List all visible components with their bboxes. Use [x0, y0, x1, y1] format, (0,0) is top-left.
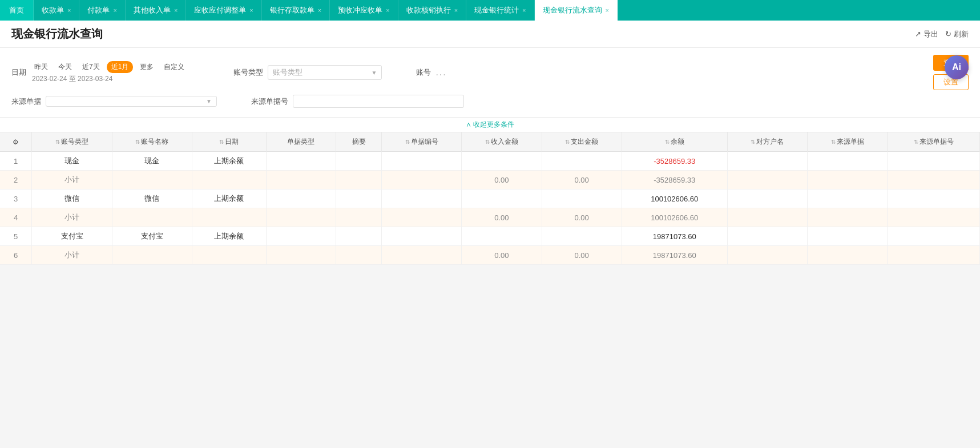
account-dots[interactable]: ... — [435, 67, 446, 78]
col-balance[interactable]: ⇅余额 — [622, 132, 727, 152]
col-source-doc-num[interactable]: ⇅来源单据号 — [888, 132, 980, 152]
col-doc-num[interactable]: ⇅单据编号 — [382, 132, 462, 152]
close-icon[interactable]: × — [113, 0, 116, 21]
row-num: 1 — [0, 152, 32, 171]
source-doc-select[interactable]: ▼ — [46, 96, 217, 107]
row-summary — [336, 152, 382, 171]
col-account-type[interactable]: ⇅账号类型 — [32, 132, 112, 152]
account-type-select[interactable]: 账号类型 ▼ — [268, 65, 382, 80]
row-num: 3 — [0, 189, 32, 208]
row-num: 2 — [0, 171, 32, 189]
row-date: 上期余额 — [192, 227, 266, 246]
table-row[interactable]: 1 现金 现金 上期余额 -3528659.33 — [0, 152, 980, 171]
row-source-doc-num — [888, 152, 980, 171]
refresh-button[interactable]: ↻ 刷新 — [945, 29, 969, 39]
export-button[interactable]: ↗ 导出 — [915, 29, 938, 39]
row-balance: 19871073.60 — [622, 246, 727, 265]
table-row[interactable]: 3 微信 微信 上期余额 100102606.60 — [0, 189, 980, 208]
nav-tab-yinhangcunkuan[interactable]: 银行存取款单 × — [262, 0, 330, 21]
nav-home[interactable]: 首页 — [0, 0, 34, 21]
source-doc-num-input[interactable] — [293, 95, 464, 108]
nav-tab-shoukuandan[interactable]: 收款单 × — [34, 0, 79, 21]
row-account-type: 小计 — [32, 246, 112, 265]
row-expense — [542, 189, 622, 208]
col-counterpart[interactable]: ⇅对方户名 — [727, 132, 807, 152]
row-account-name — [112, 171, 192, 189]
row-income — [462, 227, 542, 246]
row-doc-type — [266, 227, 336, 246]
col-gear[interactable]: ⚙ — [0, 132, 32, 152]
nav-tab-shoukuanhexiao[interactable]: 收款核销执行 × — [398, 0, 466, 21]
date-1month[interactable]: 近1月 — [107, 61, 134, 73]
row-doc-num — [382, 208, 462, 227]
export-icon: ↗ — [915, 30, 921, 38]
row-doc-num — [382, 246, 462, 265]
col-date[interactable]: ⇅日期 — [192, 132, 266, 152]
chevron-down-icon: ▼ — [206, 98, 212, 104]
row-income — [462, 189, 542, 208]
col-account-name[interactable]: ⇅账号名称 — [112, 132, 192, 152]
col-summary: 摘要 — [336, 132, 382, 152]
row-date — [192, 246, 266, 265]
date-7days[interactable]: 近7天 — [79, 61, 103, 73]
row-account-type: 小计 — [32, 171, 112, 189]
close-icon[interactable]: × — [174, 0, 178, 21]
row-source-doc — [808, 246, 888, 265]
header-actions: ↗ 导出 ↻ 刷新 — [915, 29, 969, 39]
col-income[interactable]: ⇅收入金额 — [462, 132, 542, 152]
source-doc-num-filter-group: 来源单据号 — [251, 95, 464, 108]
account-filter-group: 账号 ... — [416, 67, 446, 78]
close-icon[interactable]: × — [454, 0, 458, 21]
chevron-down-icon: ▼ — [371, 70, 377, 76]
row-doc-num — [382, 227, 462, 246]
row-account-name: 微信 — [112, 189, 192, 208]
nav-tab-qitashouruan[interactable]: 其他收入单 × — [126, 0, 186, 21]
row-source-doc-num — [888, 189, 980, 208]
date-shortcuts: 昨天 今天 近7天 近1月 更多 自定义 — [31, 61, 188, 73]
nav-tab-yushouchong[interactable]: 预收冲应收单 × — [330, 0, 398, 21]
row-doc-type — [266, 246, 336, 265]
close-icon[interactable]: × — [606, 0, 609, 21]
row-source-doc-num — [888, 171, 980, 189]
nav-tab-yingshouyingfu[interactable]: 应收应付调整单 × — [186, 0, 261, 21]
row-num: 6 — [0, 246, 32, 265]
row-source-doc — [808, 208, 888, 227]
row-doc-type — [266, 208, 336, 227]
account-type-filter-group: 账号类型 账号类型 ▼ — [233, 65, 382, 80]
row-expense — [542, 227, 622, 246]
col-source-doc[interactable]: ⇅来源单据 — [808, 132, 888, 152]
close-icon[interactable]: × — [249, 0, 253, 21]
account-label: 账号 — [416, 67, 431, 78]
date-more[interactable]: 更多 — [136, 61, 157, 73]
row-balance: 100102606.60 — [622, 189, 727, 208]
row-counterpart — [727, 189, 807, 208]
close-icon[interactable]: × — [318, 0, 321, 21]
row-date: 上期余额 — [192, 189, 266, 208]
date-today[interactable]: 今天 — [55, 61, 75, 73]
collapse-bar[interactable]: ∧ 收起更多条件 — [0, 118, 980, 132]
date-custom[interactable]: 自定义 — [160, 61, 188, 73]
table-row[interactable]: 6 小计 0.00 0.00 19871073.60 — [0, 246, 980, 265]
row-account-type: 微信 — [32, 189, 112, 208]
row-expense: 0.00 — [542, 208, 622, 227]
row-account-type: 现金 — [32, 152, 112, 171]
col-expense[interactable]: ⇅支出金额 — [542, 132, 622, 152]
row-counterpart — [727, 171, 807, 189]
close-icon[interactable]: × — [67, 0, 71, 21]
row-source-doc — [808, 227, 888, 246]
row-date — [192, 208, 266, 227]
nav-tab-liushuichaxun[interactable]: 现金银行流水查询 × — [535, 0, 618, 21]
close-icon[interactable]: × — [522, 0, 526, 21]
row-source-doc — [808, 189, 888, 208]
date-filter-group: 日期 昨天 今天 近7天 近1月 更多 自定义 2023-02-24 至 202… — [11, 61, 188, 84]
nav-tab-fukuandan[interactable]: 付款单 × — [79, 0, 125, 21]
table-header-row: ⚙ ⇅账号类型 ⇅账号名称 ⇅日期 单据类型 摘要 ⇅单据编号 ⇅收入金额 — [0, 132, 980, 152]
row-doc-num — [382, 171, 462, 189]
table-row[interactable]: 5 支付宝 支付宝 上期余额 19871073.60 — [0, 227, 980, 246]
table-row[interactable]: 2 小计 0.00 0.00 -3528659.33 — [0, 171, 980, 189]
table-row[interactable]: 4 小计 0.00 0.00 100102606.60 — [0, 208, 980, 227]
ai-badge[interactable]: Ai — [945, 55, 969, 79]
close-icon[interactable]: × — [386, 0, 389, 21]
nav-tab-xianjinyinhang[interactable]: 现金银行统计 × — [466, 0, 534, 21]
date-yesterday[interactable]: 昨天 — [31, 61, 51, 73]
